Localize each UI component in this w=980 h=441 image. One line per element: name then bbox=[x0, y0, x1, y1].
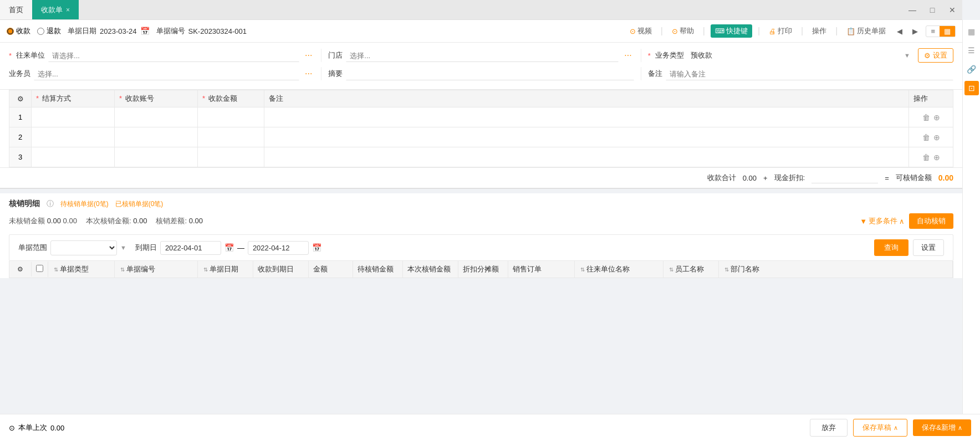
prev-next-amount: 0.00 bbox=[50, 424, 64, 432]
counterpart-input[interactable] bbox=[48, 49, 299, 62]
tab-home[interactable]: 首页 bbox=[0, 0, 32, 19]
counterpart-more-btn[interactable]: ··· bbox=[303, 50, 314, 60]
th-account-label: 收款账号 bbox=[125, 94, 154, 102]
row-settle-1 bbox=[32, 107, 115, 127]
due-date-end[interactable] bbox=[248, 241, 309, 255]
copy-row-3-icon[interactable]: ⊕ bbox=[933, 153, 940, 162]
bottom-right: 放弃 保存草稿 ∧ 保存&新增 ∧ bbox=[810, 419, 971, 437]
receive-radio[interactable]: 收款 bbox=[7, 26, 30, 36]
history-button[interactable]: 📋 历史单据 bbox=[843, 24, 889, 38]
amount-input-3[interactable] bbox=[198, 147, 264, 167]
video-icon: ⊙ bbox=[630, 27, 636, 35]
bill-range-dropdown-icon[interactable]: ▼ bbox=[120, 244, 126, 251]
copy-row-2-icon[interactable]: ⊕ bbox=[933, 133, 940, 142]
tab-close-icon[interactable]: × bbox=[66, 6, 70, 14]
auto-writeoff-button[interactable]: 自动核销 bbox=[909, 213, 953, 229]
th-settle-label: 结算方式 bbox=[42, 94, 71, 102]
counterpart-label: 往来单位 bbox=[16, 50, 45, 60]
note-input[interactable] bbox=[666, 68, 953, 80]
business-type-dropdown-icon[interactable]: ▼ bbox=[904, 52, 910, 59]
table-settings-icon[interactable]: ⚙ bbox=[14, 95, 27, 103]
bottom-bar: ⊙ 本单上次 0.00 放弃 保存草稿 ∧ 保存&新增 ∧ bbox=[0, 414, 980, 441]
plus-sign: + bbox=[763, 174, 768, 182]
table-settings-button[interactable]: 设置 bbox=[913, 239, 944, 256]
th-settle: * 结算方式 bbox=[32, 90, 115, 107]
sort-icon-company: ⇅ bbox=[580, 266, 585, 273]
close-button[interactable]: ✕ bbox=[942, 0, 962, 20]
counterpart-required: * bbox=[9, 52, 13, 60]
summary-field: 摘要 bbox=[328, 68, 634, 80]
refund-radio[interactable]: 退款 bbox=[37, 26, 61, 36]
query-button[interactable]: 查询 bbox=[874, 239, 908, 256]
save-new-button[interactable]: 保存&新增 ∧ bbox=[913, 419, 971, 436]
done-tab[interactable]: 已核销单据(0笔) bbox=[115, 199, 164, 209]
minimize-button[interactable]: — bbox=[902, 0, 922, 20]
delete-row-3-icon[interactable]: 🗑 bbox=[922, 153, 930, 162]
salesperson-more-btn[interactable]: ··· bbox=[303, 69, 314, 79]
unwriteoff-stat: 未核销金额 0.00 0.00 bbox=[9, 216, 77, 226]
receipt-type-group: 收款 退款 bbox=[7, 26, 61, 36]
bill-range-select[interactable] bbox=[50, 240, 117, 255]
settings-button[interactable]: ⚙ 设置 bbox=[918, 48, 953, 63]
select-all-checkbox[interactable] bbox=[36, 265, 43, 272]
settle-input-2[interactable] bbox=[32, 127, 114, 147]
row-settle-2 bbox=[32, 127, 115, 147]
due-date-start[interactable] bbox=[160, 241, 221, 255]
amount-input-2[interactable] bbox=[198, 127, 264, 147]
help-button[interactable]: ⊙ 帮助 bbox=[668, 24, 697, 38]
more-conditions-link[interactable]: ▼ 更多条件 ∧ bbox=[860, 216, 905, 226]
delete-row-1-icon[interactable]: 🗑 bbox=[922, 113, 930, 122]
divider2 bbox=[641, 49, 641, 62]
sort-icon-employee: ⇅ bbox=[669, 266, 673, 273]
save-draft-button[interactable]: 保存草稿 ∧ bbox=[853, 419, 907, 437]
video-button[interactable]: ⊙ 视频 bbox=[626, 24, 655, 38]
account-input-1[interactable] bbox=[115, 107, 197, 127]
sidebar-table-icon[interactable]: ▦ bbox=[964, 24, 979, 39]
bth-dept-label: 部门名称 bbox=[731, 265, 759, 273]
salesperson-input[interactable] bbox=[34, 68, 299, 80]
discount-input[interactable] bbox=[811, 172, 878, 183]
sidebar-list-icon[interactable]: ☰ bbox=[964, 43, 979, 58]
nav-next[interactable]: ▶ bbox=[910, 26, 920, 37]
tab-active[interactable]: 收款单 × bbox=[32, 0, 79, 19]
prev-next-label: 本单上次 bbox=[18, 423, 47, 433]
grid-view-btn[interactable]: ▦ bbox=[940, 26, 955, 37]
summary-input[interactable] bbox=[346, 68, 634, 80]
account-input-3[interactable] bbox=[115, 147, 197, 167]
nav-prev[interactable]: ◀ bbox=[895, 26, 905, 37]
sidebar-capture-icon[interactable]: ⊡ bbox=[964, 81, 979, 95]
refund-radio-input[interactable] bbox=[37, 28, 44, 35]
total-label: 收款合计 bbox=[707, 173, 736, 183]
pending-tab[interactable]: 待核销单据(0笔) bbox=[60, 199, 109, 209]
list-view-btn[interactable]: ≡ bbox=[926, 26, 940, 37]
account-input-2[interactable] bbox=[115, 127, 197, 147]
settle-input-3[interactable] bbox=[32, 147, 114, 167]
help-icon: ⊙ bbox=[672, 27, 678, 35]
operation-button[interactable]: 操作 bbox=[809, 24, 830, 38]
store-more-btn[interactable]: ··· bbox=[622, 50, 634, 60]
filter-icon: ▼ bbox=[860, 217, 867, 225]
save-new-label: 保存&新增 bbox=[922, 423, 956, 433]
bth-pending: 待核销金额 bbox=[353, 261, 403, 278]
delete-row-2-icon[interactable]: 🗑 bbox=[922, 133, 930, 142]
print-label: 打印 bbox=[778, 26, 792, 36]
sidebar-attachment-icon[interactable]: 🔗 bbox=[964, 62, 979, 76]
remark-input-3[interactable] bbox=[264, 147, 908, 167]
store-input[interactable] bbox=[346, 49, 619, 62]
settle-input-1[interactable] bbox=[32, 107, 114, 127]
print-button[interactable]: 🖨 打印 bbox=[765, 24, 795, 38]
discard-button[interactable]: 放弃 bbox=[810, 419, 848, 437]
due-date-start-icon[interactable]: 📅 bbox=[224, 243, 234, 252]
writeoff-info-icon[interactable]: ⓘ bbox=[47, 199, 54, 209]
maximize-button[interactable]: □ bbox=[922, 0, 942, 20]
shortcut-button[interactable]: ⌨ 快捷键 bbox=[711, 24, 752, 38]
remark-input-1[interactable] bbox=[264, 107, 908, 127]
bth-gear[interactable]: ⚙ bbox=[9, 262, 32, 276]
due-date-end-icon[interactable]: 📅 bbox=[312, 243, 321, 252]
receive-radio-input[interactable] bbox=[7, 28, 14, 35]
table-row: 1 🗑 ⊕ bbox=[9, 107, 953, 127]
remark-input-2[interactable] bbox=[264, 127, 908, 147]
copy-row-1-icon[interactable]: ⊕ bbox=[933, 113, 940, 122]
calendar-icon[interactable]: 📅 bbox=[140, 27, 150, 35]
amount-input-1[interactable] bbox=[198, 107, 264, 127]
